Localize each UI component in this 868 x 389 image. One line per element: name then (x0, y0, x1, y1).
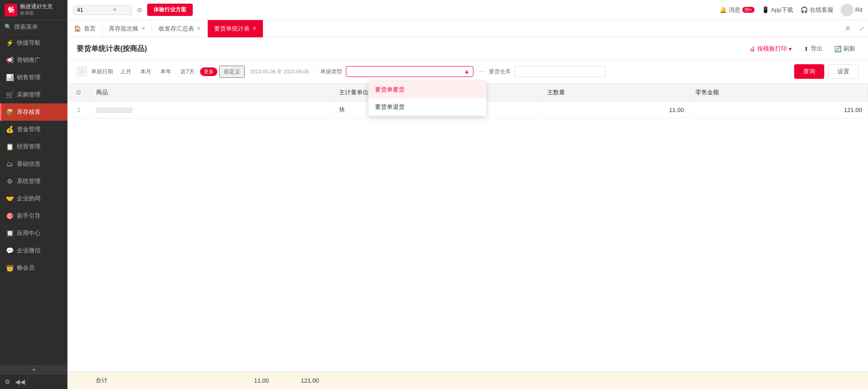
sidebar-item-label: 库存核算 (17, 108, 41, 116)
home-icon: 🏠 (74, 25, 81, 32)
tab-order-summary-close[interactable]: ✕ (252, 26, 257, 31)
col-header-settings[interactable]: ⚙ (67, 84, 90, 102)
voucher-type-input[interactable] (350, 68, 464, 75)
custom-date-btn[interactable]: 自定义 (219, 66, 245, 78)
settings-footer-icon[interactable]: ⚙ (5, 378, 10, 385)
tab-receivable-summary-close[interactable]: ✕ (197, 26, 201, 31)
sidebar-item-label: 销售管理 (17, 73, 41, 82)
sidebar-item-label: 企业协同 (17, 194, 41, 203)
sidebar-header: 畅 畅捷通好生意 标准版 (0, 0, 67, 20)
sidebar-scroll-down[interactable]: ▾ (0, 365, 67, 374)
notifications-btn[interactable]: 🔔 消息 99+ (719, 6, 755, 14)
collapse-icon[interactable]: ◀◀ (15, 378, 25, 385)
tab-order-summary[interactable]: 要货单统计表 ✕ (208, 20, 263, 37)
sidebar-item-appstore[interactable]: 🔲 应用中心 (0, 225, 67, 242)
finance-icon: 💰 (6, 126, 13, 133)
date-filter-label: 单据日期 (91, 68, 113, 76)
sidebar-item-cooperation[interactable]: 🤝 企业协同 (0, 190, 67, 207)
warehouse-filter-input[interactable] (514, 66, 606, 77)
app-subtitle: 标准版 (20, 10, 53, 16)
topbar-gear-icon[interactable]: ⚙ (137, 6, 143, 14)
tab-inventory-batch-close[interactable]: ✕ (141, 26, 145, 31)
page-header-actions: 🖨 按模板打印 ▾ ⬆ 导出 🔄 刷新 (746, 43, 859, 55)
wechat-icon: 💬 (6, 247, 13, 254)
last-7-days-btn[interactable]: 近7天 (177, 67, 198, 77)
last-month-btn[interactable]: 上月 (117, 67, 135, 77)
sidebar-item-inventory[interactable]: 📦 库存核算 (0, 103, 67, 121)
topbar-cta-button[interactable]: 体验行业方案 (147, 4, 193, 16)
voucher-type-dropdown-arrow[interactable]: ▲ (464, 68, 469, 75)
dropdown-item-order-goods[interactable]: 要货单要货 (369, 81, 486, 98)
sidebar-item-system[interactable]: ⚙ 系统管理 (0, 173, 67, 190)
dropdown-item-order-return[interactable]: 要货单退货 (369, 98, 486, 116)
sidebar-item-label: 畅会员 (17, 264, 35, 272)
tab-inventory-batch[interactable]: 库存批次账 ✕ (103, 20, 152, 37)
online-service-label: 在线客服 (810, 6, 833, 14)
topbar-search-input[interactable] (77, 7, 113, 13)
filter-toggle-btn[interactable]: › (77, 66, 87, 77)
page-header: 要货单统计表(按商品) 🖨 按模板打印 ▾ ⬆ 导出 🔄 刷新 (67, 37, 868, 60)
user-avatar-btn[interactable]: Rit (841, 4, 863, 16)
tab-expand-btn[interactable]: ⤢ (855, 25, 868, 32)
sidebar-item-label: 系统管理 (17, 177, 41, 185)
filter-more-options-btn[interactable]: ··· (479, 67, 485, 76)
page-header-top: 要货单统计表(按商品) 🖨 按模板打印 ▾ ⬆ 导出 🔄 刷新 (77, 43, 859, 55)
page-content: 要货单统计表(按商品) 🖨 按模板打印 ▾ ⬆ 导出 🔄 刷新 (67, 37, 868, 389)
data-table-container: ⚙ 商品 主计量单位 主数量 零售金额 1 块 (67, 84, 868, 371)
appstore-icon: 🔲 (6, 230, 13, 237)
table-settings-icon[interactable]: ⚙ (76, 89, 82, 96)
tabbar: 🏠 首页 库存批次账 ✕ 收发存汇总表 ✕ 要货单统计表 ✕ ✕ ⤢ (67, 20, 868, 37)
refresh-btn[interactable]: 🔄 刷新 (831, 43, 859, 55)
notifications-label: 消息 (729, 6, 740, 14)
app-title-block: 畅捷通好生意 标准版 (20, 3, 53, 17)
tab-home[interactable]: 🏠 首页 (67, 20, 103, 37)
tab-receivable-summary[interactable]: 收发存汇总表 ✕ (152, 20, 208, 37)
sidebar-item-label: 应用中心 (17, 229, 41, 237)
vip-icon: 👑 (6, 264, 13, 271)
footer-total-quantity: 11.00 (219, 377, 269, 384)
product-placeholder (96, 107, 133, 113)
settings-button[interactable]: 设置 (828, 64, 859, 79)
footer-total-label: 合计 (73, 376, 173, 384)
export-label: 导出 (811, 45, 822, 53)
more-dates-btn[interactable]: 更多 (200, 67, 217, 76)
sidebar-item-vip[interactable]: 👑 畅会员 (0, 259, 67, 276)
query-button[interactable]: 查询 (794, 64, 824, 79)
export-btn[interactable]: ⬆ 导出 (800, 43, 826, 55)
inventory-icon: 📦 (6, 108, 13, 116)
this-year-btn[interactable]: 本年 (157, 67, 175, 77)
online-service-btn[interactable]: 🎧 在线客服 (801, 6, 833, 14)
sidebar-item-marketing[interactable]: 📢 营销推广 (0, 51, 67, 69)
voucher-type-input-wrapper: ▲ (346, 66, 473, 77)
tab-close-all-btn[interactable]: ✕ (840, 24, 855, 33)
tab-home-label: 首页 (84, 25, 96, 33)
print-template-label: 按模板打印 (757, 45, 787, 53)
voucher-type-label: 单据类型 (320, 68, 342, 76)
sidebar-item-guide[interactable]: 🎯 新手引导 (0, 207, 67, 225)
print-template-btn[interactable]: 🖨 按模板打印 ▾ (746, 43, 796, 55)
sidebar-item-wechat[interactable]: 💬 企业微信 (0, 242, 67, 259)
sidebar: 畅 畅捷通好生意 标准版 🔍 搜索菜单 ⚡ 快捷导航 📢 营销推广 📊 销售管理… (0, 0, 67, 389)
main-area: ▾ ⚙ 体验行业方案 🔔 消息 99+ 📱 App下载 🎧 在线客服 Rit (67, 0, 868, 389)
avatar (841, 4, 853, 16)
sidebar-footer: ⚙ ◀◀ (0, 374, 67, 389)
marketing-icon: 📢 (6, 56, 13, 64)
sidebar-item-finance[interactable]: 💰 资金管理 (0, 121, 67, 138)
sidebar-item-basic[interactable]: 🗂 基础信息 (0, 155, 67, 173)
refresh-icon: 🔄 (834, 46, 842, 52)
search-icon: 🔍 (5, 24, 11, 30)
sidebar-item-shortcut[interactable]: ⚡ 快捷导航 (0, 34, 67, 51)
sidebar-item-purchase[interactable]: 🛒 采购管理 (0, 86, 67, 103)
tab-inventory-batch-label: 库存批次账 (109, 25, 139, 33)
this-month-btn[interactable]: 本月 (137, 67, 155, 77)
app-download-btn[interactable]: 📱 App下载 (762, 6, 793, 14)
topbar-dropdown-chevron[interactable]: ▾ (113, 7, 116, 13)
col-header-product: 商品 (90, 84, 333, 102)
sidebar-item-operation[interactable]: 📋 经营管理 (0, 138, 67, 155)
sidebar-item-sales[interactable]: 📊 销售管理 (0, 69, 67, 86)
app-logo: 畅 (5, 4, 17, 16)
sidebar-item-label: 经营管理 (17, 143, 41, 151)
sidebar-item-label: 基础信息 (17, 160, 41, 168)
print-chevron-icon: ▾ (789, 46, 792, 52)
sidebar-search[interactable]: 🔍 搜索菜单 (0, 20, 67, 34)
